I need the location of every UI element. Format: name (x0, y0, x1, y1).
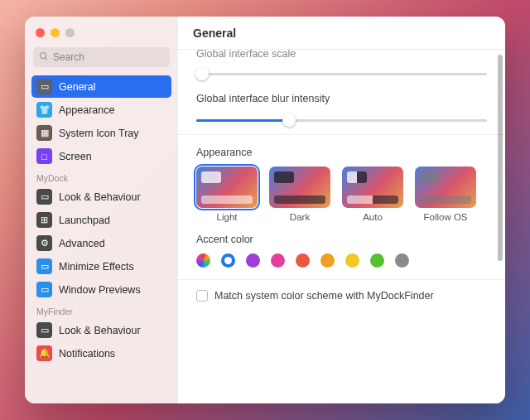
sidebar-item-icon: 👕 (36, 102, 52, 118)
search-icon (39, 51, 49, 64)
sidebar-item-screen[interactable]: □Screen (31, 145, 171, 167)
accent-swatch[interactable] (320, 253, 335, 268)
appearance-options: LightDarkAutoFollow OS (196, 167, 487, 222)
appearance-option-auto[interactable]: Auto (342, 167, 403, 222)
zoom-button[interactable] (65, 28, 75, 37)
sidebar-item-label: Launchpad (59, 215, 110, 226)
accent-swatch[interactable] (246, 253, 260, 268)
sidebar-item-icon: ▭ (36, 322, 52, 338)
appearance-label: Appearance (196, 147, 487, 158)
appearance-thumbnail (415, 167, 476, 208)
accent-swatch[interactable] (370, 253, 384, 268)
appearance-option-label: Auto (342, 212, 403, 222)
scale-label: Global interface scale (196, 50, 487, 60)
sidebar-item-label: Look & Behaviour (59, 191, 141, 203)
appearance-option-light[interactable]: Light (196, 167, 258, 222)
sidebar-item-look-behaviour[interactable]: ▭Look & Behaviour (31, 186, 171, 208)
accent-swatches (196, 253, 487, 268)
window-controls (25, 25, 178, 47)
accent-swatch[interactable] (196, 253, 210, 268)
appearance-thumbnail (342, 167, 403, 208)
sidebar-item-minimize-effects[interactable]: ▭Minimize Effects (31, 255, 171, 278)
close-button[interactable] (36, 28, 45, 37)
sidebar-item-label: Notifications (59, 348, 115, 360)
sidebar-item-label: Window Previews (59, 284, 141, 296)
sidebar-item-launchpad[interactable]: ⊞Launchpad (31, 209, 171, 231)
svg-line-1 (46, 57, 48, 60)
main-panel: General Global interface scale Global in… (178, 17, 505, 403)
sidebar-item-icon: ▭ (36, 189, 52, 205)
sidebar-item-label: System Icon Tray (59, 128, 139, 139)
match-system-label: Match system color scheme with MyDockFin… (214, 290, 434, 302)
sidebar-item-icon: ▦ (36, 125, 52, 141)
appearance-option-label: Light (196, 212, 258, 222)
sidebar-item-label: Minimize Effects (59, 261, 134, 273)
match-system-checkbox[interactable] (196, 290, 208, 302)
match-system-row[interactable]: Match system color scheme with MyDockFin… (196, 290, 487, 302)
page-title: General (178, 17, 505, 50)
appearance-option-label: Dark (269, 212, 330, 222)
sidebar-item-general[interactable]: ▭General (31, 75, 171, 98)
scroll-thumb[interactable] (498, 55, 503, 261)
sidebar-item-notifications[interactable]: 🔔Notifications (31, 342, 171, 364)
sidebar-item-system-icon-tray[interactable]: ▦System Icon Tray (31, 122, 171, 144)
appearance-thumbnail (196, 167, 258, 208)
sidebar-item-icon: ▭ (36, 258, 52, 274)
svg-point-0 (41, 52, 46, 58)
sidebar-item-window-previews[interactable]: ▭Window Previews (31, 278, 171, 301)
sidebar-item-label: General (59, 81, 95, 93)
appearance-option-label: Follow OS (415, 212, 476, 222)
accent-label: Accent color (196, 234, 487, 245)
sidebar-item-icon: ▭ (36, 282, 52, 297)
blur-slider[interactable] (196, 113, 487, 128)
blur-label: Global interface blur intensity (196, 93, 487, 104)
scale-slider[interactable] (196, 66, 487, 81)
sidebar-item-appearance[interactable]: 👕Appearance (31, 99, 171, 121)
content: Global interface scale Global interface … (178, 50, 505, 403)
accent-swatch[interactable] (221, 253, 235, 268)
scrollbar[interactable] (498, 55, 503, 398)
search-input[interactable]: Search (33, 47, 170, 67)
appearance-option-dark[interactable]: Dark (269, 167, 330, 222)
sidebar-items: ▭General👕Appearance▦System Icon Tray□Scr… (25, 75, 178, 403)
sidebar-item-label: Appearance (59, 104, 114, 116)
sidebar-item-icon: ▭ (36, 79, 52, 94)
sidebar: Search ▭General👕Appearance▦System Icon T… (25, 17, 178, 403)
accent-swatch[interactable] (345, 253, 359, 268)
search-placeholder: Search (53, 51, 84, 63)
accent-swatch[interactable] (395, 253, 409, 268)
sidebar-item-label: Screen (59, 151, 92, 162)
sidebar-item-look-behaviour[interactable]: ▭Look & Behaviour (31, 319, 171, 341)
sidebar-item-label: Advanced (59, 238, 105, 249)
sidebar-section-header: MyFinder (31, 302, 171, 319)
minimize-button[interactable] (51, 28, 60, 37)
sidebar-item-advanced[interactable]: ⚙Advanced (31, 232, 171, 254)
settings-window: Search ▭General👕Appearance▦System Icon T… (25, 17, 505, 403)
sidebar-item-icon: ⊞ (36, 212, 52, 228)
sidebar-item-icon: ⚙ (36, 235, 52, 251)
appearance-thumbnail (269, 167, 330, 208)
accent-swatch[interactable] (296, 253, 310, 268)
accent-swatch[interactable] (271, 253, 285, 268)
appearance-option-follow-os[interactable]: Follow OS (415, 167, 476, 222)
sidebar-item-icon: □ (36, 148, 52, 164)
sidebar-item-label: Look & Behaviour (59, 325, 141, 336)
sidebar-section-header: MyDock (31, 168, 171, 186)
sidebar-item-icon: 🔔 (36, 345, 52, 361)
